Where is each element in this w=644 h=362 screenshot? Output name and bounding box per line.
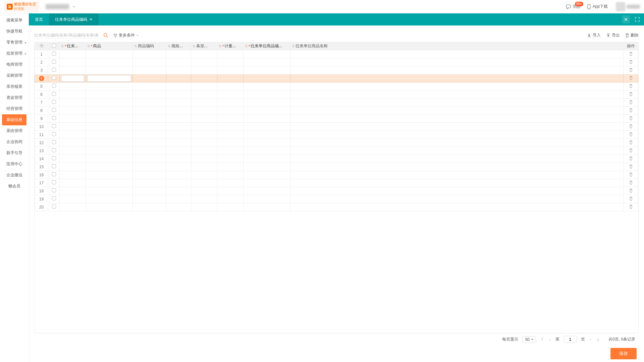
cell[interactable] [133,115,166,123]
tab-close-icon[interactable]: ✕ [89,17,93,22]
table-row[interactable]: 7 [35,99,638,107]
table-row[interactable]: 6 [35,90,638,99]
cell[interactable] [217,99,244,107]
cell-input[interactable] [87,75,131,82]
cell[interactable] [133,163,166,171]
row-checkbox[interactable] [48,203,60,211]
cell[interactable] [86,99,133,107]
cell[interactable] [290,203,624,211]
cell[interactable] [166,179,191,187]
row-checkbox[interactable] [48,90,60,99]
cell[interactable] [191,147,217,155]
cell[interactable] [60,163,86,171]
cell[interactable] [217,179,244,187]
column-product[interactable]: ⇅商品 [86,42,133,50]
row-delete[interactable] [624,171,638,179]
cell[interactable] [191,131,217,139]
row-delete[interactable] [624,131,638,139]
user-menu[interactable] [614,2,640,11]
cell[interactable] [191,58,217,66]
cell[interactable] [60,74,86,82]
cell[interactable] [217,147,244,155]
cell[interactable] [217,139,244,147]
table-row[interactable]: 1 [35,50,638,58]
row-delete[interactable] [624,99,638,107]
cell[interactable] [133,66,166,74]
cell[interactable] [217,74,244,82]
cell[interactable] [133,155,166,163]
row-checkbox[interactable] [48,171,60,179]
cell[interactable] [166,90,191,99]
cell[interactable] [166,203,191,211]
page-first-button[interactable]: ⤒ [540,337,545,342]
cell[interactable] [60,139,86,147]
cell[interactable] [191,195,217,203]
column-spec[interactable]: ⇅规格... [166,42,191,50]
cell[interactable] [86,187,133,195]
cell[interactable] [86,147,133,155]
cell[interactable] [217,115,244,123]
row-delete[interactable] [624,163,638,171]
cell[interactable] [166,58,191,66]
cell[interactable] [244,58,290,66]
cell[interactable] [86,115,133,123]
sidebar-item-6[interactable]: 库存核算 [0,81,29,92]
sidebar-item-12[interactable]: 新手引导 [0,147,29,159]
sidebar-item-5[interactable]: 采购管理 [0,70,29,81]
table-row[interactable]: 3 [35,66,638,74]
org-selector[interactable] [46,4,76,9]
cell[interactable] [166,99,191,107]
cell[interactable] [217,90,244,99]
cell[interactable] [166,171,191,179]
row-delete[interactable] [624,179,638,187]
cell[interactable] [244,163,290,171]
cell[interactable] [290,131,624,139]
cell[interactable] [217,163,244,171]
table-row[interactable]: 9 [35,115,638,123]
table-row[interactable]: 16 [35,171,638,179]
table-row[interactable]: 8 [35,107,638,115]
cell[interactable] [86,50,133,58]
cell[interactable] [60,107,86,115]
cell[interactable] [133,58,166,66]
row-delete[interactable] [624,139,638,147]
cell[interactable] [191,179,217,187]
column-settings[interactable] [35,42,48,50]
cell[interactable] [290,147,624,155]
cell[interactable] [60,187,86,195]
cell[interactable] [166,123,191,131]
cell[interactable] [290,155,624,163]
cell[interactable] [217,131,244,139]
column-unit[interactable]: ⇅计量... [217,42,244,50]
row-checkbox[interactable] [48,115,60,123]
cell[interactable] [133,50,166,58]
cell[interactable] [133,139,166,147]
cell[interactable] [244,155,290,163]
row-checkbox[interactable] [48,74,60,82]
cell[interactable] [133,74,166,82]
cell[interactable] [244,139,290,147]
cell[interactable] [191,115,217,123]
sidebar-item-7[interactable]: 资金管理 [0,92,29,103]
table-row[interactable]: 10 [35,123,638,131]
table-row[interactable]: 5 [35,82,638,90]
cell[interactable] [191,99,217,107]
sidebar-item-0[interactable]: 搜索菜单 [0,15,29,26]
cell[interactable] [244,115,290,123]
cell[interactable] [133,123,166,131]
cell[interactable] [244,123,290,131]
row-checkbox[interactable] [48,82,60,90]
cell[interactable] [60,147,86,155]
row-delete[interactable] [624,82,638,90]
sidebar-item-11[interactable]: 企业协同 [0,136,29,147]
table-row[interactable]: 13 [35,147,638,155]
cell[interactable] [133,195,166,203]
cell[interactable] [166,66,191,74]
cell[interactable] [86,163,133,171]
cell[interactable] [191,74,217,82]
row-delete[interactable] [624,58,638,66]
row-delete[interactable] [624,90,638,99]
export-button[interactable]: 导出 [606,33,620,38]
cell[interactable] [166,131,191,139]
sidebar-item-4[interactable]: 电商管理 [0,59,29,70]
